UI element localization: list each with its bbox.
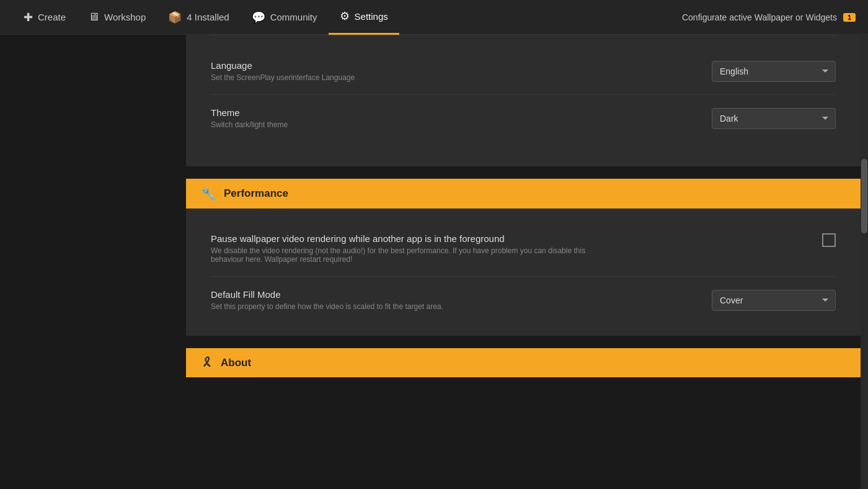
sidebar-left (0, 35, 186, 489)
configure-badge[interactable]: 1 (843, 13, 856, 22)
fill-mode-row: Default Fill Mode Set this property to d… (211, 277, 836, 323)
workshop-icon: 🖥 (88, 11, 99, 24)
about-header: 🎗 About (186, 348, 861, 377)
language-description: Set the ScreenPlay userinterface Languag… (211, 73, 355, 82)
fill-mode-description: Set this property to define how the vide… (211, 302, 443, 311)
language-setting-row: Language Set the ScreenPlay userinterfac… (211, 48, 836, 95)
nav-create-label: Create (38, 12, 66, 22)
language-title: Language (211, 60, 355, 71)
theme-title: Theme (211, 107, 288, 118)
settings-icon: ⚙ (340, 9, 350, 23)
language-info: Language Set the ScreenPlay userinterfac… (211, 60, 355, 82)
pause-wallpaper-info: Pause wallpaper video rendering while an… (211, 233, 608, 264)
language-control: English German French Spanish (712, 61, 836, 82)
wrench-icon: 🔧 (201, 186, 216, 201)
scrollbar-track (861, 35, 868, 489)
nav-create[interactable]: ✚ Create (12, 0, 77, 35)
nav-installed[interactable]: 📦 4 Installed (157, 0, 240, 35)
theme-select[interactable]: Dark Light (712, 108, 836, 129)
performance-settings-section: Pause wallpaper video rendering while an… (186, 209, 861, 336)
theme-description: Switch dark/light theme (211, 120, 288, 129)
nav-workshop-label: Workshop (104, 12, 146, 22)
about-icon: 🎗 (201, 356, 213, 370)
fill-mode-select[interactable]: Cover Stretch Fill Contain (712, 290, 836, 311)
pause-wallpaper-description: We disable the video rendering (not the … (211, 246, 608, 264)
plus-icon: ✚ (24, 11, 33, 24)
nav-community-label: Community (270, 12, 317, 22)
nav-installed-label: 4 Installed (187, 12, 229, 22)
pause-wallpaper-row: Pause wallpaper video rendering while an… (211, 221, 836, 277)
nav-right: Configurate active Wallpaper or Widgets … (682, 12, 856, 22)
nav-community[interactable]: 💬 Community (241, 0, 329, 35)
fill-mode-info: Default Fill Mode Set this property to d… (211, 289, 443, 311)
theme-info: Theme Switch dark/light theme (211, 107, 288, 129)
main-layout: Language Set the ScreenPlay userinterfac… (0, 35, 868, 489)
about-section-wrapper: 🎗 About (186, 348, 861, 377)
content-area: Language Set the ScreenPlay userinterfac… (186, 35, 861, 489)
pause-wallpaper-title: Pause wallpaper video rendering while an… (211, 233, 608, 244)
language-select[interactable]: English German French Spanish (712, 61, 836, 82)
general-settings-section: Language Set the ScreenPlay userinterfac… (186, 35, 861, 154)
performance-header-title: Performance (224, 187, 288, 200)
about-header-title: About (221, 357, 251, 369)
performance-section-wrapper: 🔧 Performance Pause wallpaper video rend… (186, 179, 861, 336)
theme-control: Dark Light (712, 108, 836, 129)
navbar: ✚ Create 🖥 Workshop 📦 4 Installed 💬 Comm… (0, 0, 868, 35)
general-settings-panel: Language Set the ScreenPlay userinterfac… (186, 35, 861, 166)
nav-workshop[interactable]: 🖥 Workshop (77, 0, 157, 35)
theme-setting-row: Theme Switch dark/light theme Dark Light (211, 95, 836, 141)
pause-wallpaper-checkbox[interactable] (822, 233, 836, 247)
community-icon: 💬 (252, 11, 265, 24)
nav-settings[interactable]: ⚙ Settings (329, 0, 399, 35)
performance-header: 🔧 Performance (186, 179, 861, 209)
fill-mode-control: Cover Stretch Fill Contain (712, 290, 836, 311)
installed-icon: 📦 (168, 11, 182, 24)
configure-label: Configurate active Wallpaper or Widgets (682, 12, 837, 22)
nav-settings-label: Settings (355, 11, 388, 22)
fill-mode-title: Default Fill Mode (211, 289, 443, 300)
scrollbar-thumb[interactable] (861, 159, 867, 233)
